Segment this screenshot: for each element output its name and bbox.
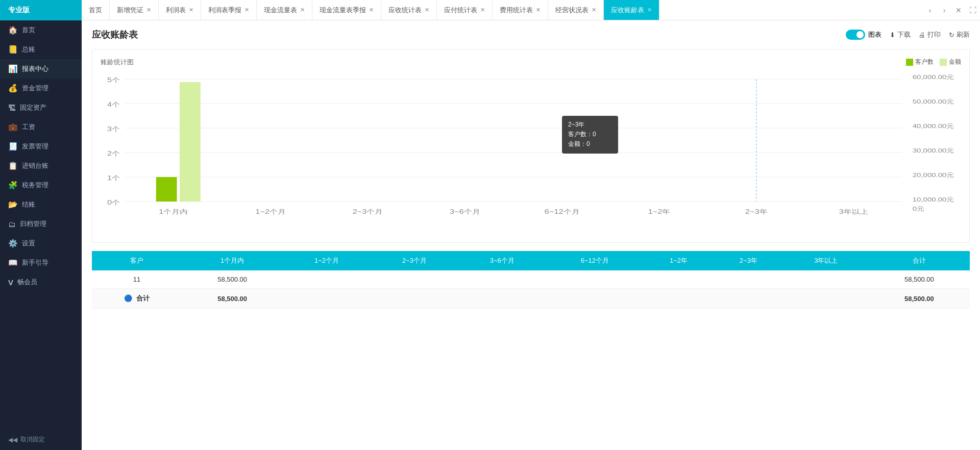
refresh-button[interactable]: ↻ 刷新: [949, 30, 970, 39]
sidebar-item-tax[interactable]: 🧩 税务管理: [0, 176, 82, 195]
svg-text:30,000.00元: 30,000.00元: [913, 147, 954, 154]
tab-aging[interactable]: 应收账龄表 ✕: [604, 0, 659, 20]
chart-svg: 5个 4个 3个 2个 1个 0个 60,000.00元 50,000.00元 …: [101, 72, 961, 230]
sidebar-item-invoice[interactable]: 🧾 发票管理: [0, 137, 82, 156]
sidebar-item-archive[interactable]: 🗂 归档管理: [0, 214, 82, 234]
cell-year12: [644, 270, 714, 289]
svg-text:10,000.00元: 10,000.00元: [913, 196, 954, 203]
tab-expense-stat[interactable]: 费用统计表 ✕: [493, 0, 548, 20]
download-icon: ⬇: [890, 31, 895, 39]
tax-icon: 🧩: [8, 181, 18, 190]
bar-amount-month1[interactable]: [180, 82, 201, 202]
chart-toggle[interactable]: 图表: [846, 30, 881, 40]
tab-cashflow-close[interactable]: ✕: [300, 7, 305, 13]
print-button[interactable]: 🖨 打印: [919, 30, 941, 39]
tab-fullscreen[interactable]: ⛶: [966, 0, 980, 20]
tab-profit-quarter-close[interactable]: ✕: [244, 7, 249, 13]
sidebar-item-label: 总账: [22, 45, 35, 54]
print-icon: 🖨: [919, 31, 925, 39]
total-row: 🔵 合计 58,500.00 58,500.00: [92, 289, 970, 309]
col-month23: 2~3个月: [371, 251, 458, 270]
tab-expense-stat-close[interactable]: ✕: [536, 7, 541, 13]
sidebar-item-settings[interactable]: ⚙️ 设置: [0, 234, 82, 253]
data-table: 客户 1个月内 1~2个月 2~3个月 3~6个月 6~12个月 1~2年 2~…: [92, 251, 970, 309]
sidebar-item-label: 设置: [22, 239, 35, 248]
tab-operation[interactable]: 经营状况表 ✕: [548, 0, 604, 20]
archive-icon: 🗂: [8, 220, 16, 229]
tab-payable-stat-close[interactable]: ✕: [480, 7, 485, 13]
sidebar-item-guide[interactable]: 📖 新手引导: [0, 253, 82, 272]
tab-profit-quarter[interactable]: 利润表季报 ✕: [201, 0, 257, 20]
bar-customers-month1[interactable]: [156, 177, 177, 202]
tab-bar: 首页 新增凭证 ✕ 利润表 ✕ 利润表季报 ✕ 现金流量表 ✕ 现金流量表季报 …: [82, 0, 980, 20]
download-button[interactable]: ⬇ 下载: [890, 30, 911, 39]
tab-voucher-close[interactable]: ✕: [146, 7, 151, 13]
sidebar-item-ledger[interactable]: 📒 总账: [0, 40, 82, 59]
tab-cashflow[interactable]: 现金流量表 ✕: [257, 0, 312, 20]
tab-profit-label: 利润表: [166, 6, 186, 15]
sidebar-item-assets[interactable]: 🏗 固定资产: [0, 98, 82, 117]
tab-operation-close[interactable]: ✕: [592, 7, 596, 13]
tab-voucher[interactable]: 新增凭证 ✕: [110, 0, 159, 20]
content-area: 应收账龄表 图表 ⬇ 下载 🖨 打印 ↻ 刷新: [82, 20, 980, 450]
svg-text:1个: 1个: [107, 174, 120, 181]
print-label: 打印: [927, 30, 941, 39]
page-title: 应收账龄表: [92, 29, 138, 41]
unpin-button[interactable]: ◀◀ 取消固定: [0, 429, 82, 450]
trade-icon: 📋: [8, 161, 18, 170]
tab-scroll-left[interactable]: ‹: [923, 0, 937, 20]
chart-area: 账龄统计图 客户数 金额 5个 4个 3个 2个 1个 0个: [92, 49, 970, 243]
total-month12: [283, 289, 371, 309]
sidebar-item-reports[interactable]: 📊 报表中心: [0, 59, 82, 79]
sidebar-item-settle[interactable]: 📂 结账: [0, 195, 82, 214]
sidebar-item-label: 归档管理: [20, 219, 46, 229]
tab-cashflow-label: 现金流量表: [264, 6, 297, 15]
cell-month23: [371, 270, 458, 289]
table-body: 11 58,500.00 58,500.00 🔵 合计: [92, 270, 970, 309]
sidebar-item-home[interactable]: 🏠 首页: [0, 20, 82, 40]
sidebar-item-label: 固定资产: [20, 103, 46, 112]
table-header: 客户 1个月内 1~2个月 2~3个月 3~6个月 6~12个月 1~2年 2~…: [92, 251, 970, 270]
legend-customers: 客户数: [906, 58, 934, 66]
tab-cashflow-quarter-close[interactable]: ✕: [369, 7, 374, 13]
svg-text:3个: 3个: [107, 126, 120, 132]
sidebar-item-label: 进销台账: [22, 161, 48, 170]
tab-receivable-stat[interactable]: 应收统计表 ✕: [381, 0, 437, 20]
legend-amount-label: 金额: [949, 58, 961, 66]
tab-receivable-stat-close[interactable]: ✕: [425, 7, 429, 13]
tab-payable-stat[interactable]: 应付统计表 ✕: [437, 0, 493, 20]
legend-amount-icon: [940, 59, 947, 66]
svg-text:2~3个月: 2~3个月: [353, 208, 383, 215]
total-month23: [371, 289, 458, 309]
tab-profit-close[interactable]: ✕: [189, 7, 193, 13]
sidebar-item-label: 发票管理: [22, 142, 48, 151]
tab-profit[interactable]: 利润表 ✕: [159, 0, 201, 20]
sidebar-item-label: 报表中心: [22, 64, 48, 73]
col-yearplus: 3年以上: [783, 251, 869, 270]
sidebar-item-label: 结账: [22, 200, 35, 209]
col-month1: 1个月内: [182, 251, 283, 270]
col-month12: 1~2个月: [283, 251, 371, 270]
svg-text:4个: 4个: [107, 101, 120, 108]
tab-scroll-right[interactable]: ›: [937, 0, 951, 20]
toggle-knob[interactable]: [846, 30, 865, 40]
refresh-label: 刷新: [957, 30, 970, 39]
sidebar-item-label: 新手引导: [22, 258, 48, 267]
tab-aging-close[interactable]: ✕: [647, 7, 652, 13]
sidebar-item-vip[interactable]: V 畅会员: [0, 272, 82, 292]
sidebar-item-salary[interactable]: 💼 工资: [0, 117, 82, 137]
svg-text:5个: 5个: [107, 77, 120, 83]
sidebar-item-trade[interactable]: 📋 进销台账: [0, 156, 82, 176]
total-yearplus: [783, 289, 869, 309]
download-label: 下载: [897, 30, 911, 39]
tab-home[interactable]: 首页: [82, 0, 110, 20]
cell-month36: [458, 270, 546, 289]
tab-cashflow-quarter[interactable]: 现金流量表季报 ✕: [312, 0, 381, 20]
reports-icon: 📊: [8, 64, 18, 73]
sidebar-item-funds[interactable]: 💰 资金管理: [0, 79, 82, 98]
svg-text:0元: 0元: [913, 206, 924, 212]
total-total: 58,500.00: [869, 289, 970, 309]
tab-close-all[interactable]: ✕: [951, 0, 966, 20]
svg-text:1~2年: 1~2年: [648, 208, 671, 215]
svg-text:1~2个月: 1~2个月: [255, 208, 286, 215]
